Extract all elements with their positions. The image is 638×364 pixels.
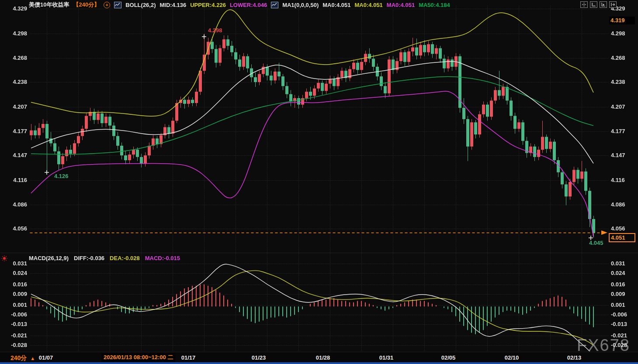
- macd-axis-label: 0.001: [0, 302, 27, 308]
- macd-label[interactable]: MACD(26,12,9): [29, 255, 69, 261]
- macd-axis-label: -0.013: [611, 321, 637, 327]
- macd-axis-label: -0.006: [0, 311, 27, 318]
- price-axis-label: 4.238: [611, 79, 637, 85]
- macd-pane-header: MACD(26,12,9) DIFF:-0.036 DEA:-0.028 MAC…: [29, 255, 180, 261]
- price-axis-label: 4.147: [611, 152, 637, 158]
- axis-scale-play-icon[interactable]: [600, 1, 607, 8]
- up-triangle-icon: ▲: [30, 356, 35, 361]
- high-annotation: 4.298: [208, 27, 222, 34]
- boll-mid-value: MID:4.136: [160, 2, 187, 8]
- price-axis-label: 4.298: [0, 30, 27, 37]
- price-axis-label: 4.268: [0, 55, 27, 61]
- time-axis-tick: 02/13: [567, 354, 582, 361]
- macd-diff-value: DIFF:-0.036: [74, 255, 104, 261]
- macd-axis-label: 0.031: [611, 260, 637, 267]
- selected-candle-time: 2026/01/13 08:00~12:00 二: [101, 353, 175, 362]
- time-axis-tick: 02/05: [441, 354, 456, 361]
- chart-canvas[interactable]: [0, 0, 638, 364]
- time-axis-tick: 01/23: [252, 354, 266, 361]
- low-annotation: 4.126: [54, 173, 69, 179]
- time-axis-tick: 02/10: [505, 354, 519, 361]
- price-axis-label: 4.329: [0, 5, 27, 12]
- ma0-value-2: MA0:4.051: [355, 2, 383, 8]
- collapse-panel-icon[interactable]: [609, 1, 617, 8]
- macd-axis-label: 0.016: [0, 281, 27, 288]
- price-axis-label: 4.207: [611, 103, 637, 110]
- time-axis-tick: 01/07: [39, 354, 53, 361]
- pan-move-icon[interactable]: [580, 1, 588, 8]
- price-axis-label: 4.268: [611, 55, 637, 61]
- macd-axis-label: -0.028: [611, 342, 637, 348]
- ma0-value-3: MA0:4.051: [387, 2, 415, 8]
- bottom-accent-strip: [0, 362, 638, 364]
- macd-axis-label: 0.001: [611, 302, 637, 308]
- boll-upper-value: UPPER:4.226: [190, 2, 226, 8]
- macd-axis-label: 0.024: [611, 270, 637, 276]
- last-price-tag: 4.051: [609, 233, 635, 242]
- price-axis-label: 4.177: [0, 128, 27, 134]
- price-axis-label: 4.147: [0, 152, 27, 158]
- price-axis-label: 4.086: [611, 201, 637, 208]
- macd-axis-label: 0.024: [0, 270, 27, 276]
- indicator-chart-icon[interactable]: [114, 2, 121, 8]
- price-pane-header: 美债10年收益率 【240分】 + BOLL(26,2) MID:4.136 U…: [29, 1, 450, 9]
- price-axis-label: 4.177: [611, 128, 637, 134]
- macd-macd-value: MACD:-0.015: [145, 255, 180, 261]
- macd-axis-label: 0.009: [0, 291, 27, 297]
- macd-axis-label: 0.016: [611, 281, 637, 288]
- indicator-chart-icon[interactable]: [271, 2, 278, 8]
- boll-lower-value: LOWER:4.046: [230, 2, 267, 8]
- add-indicator-icon[interactable]: +: [104, 2, 110, 8]
- ma0-value-1: MA0:4.051: [322, 2, 350, 8]
- macd-axis-label: -0.028: [0, 342, 27, 348]
- alarm-dot-icon[interactable]: [1, 255, 8, 264]
- time-axis-tick: 01/31: [379, 354, 394, 361]
- macd-axis-label: 0.009: [611, 291, 637, 297]
- ma50-value: MA50:4.184: [419, 2, 450, 8]
- macd-dea-value: DEA:-0.028: [110, 255, 140, 261]
- price-axis-label: 4.116: [611, 177, 637, 183]
- price-axis-label: 4.238: [0, 79, 27, 85]
- price-axis-label: 4.207: [0, 103, 27, 110]
- price-axis-label: 4.298: [611, 30, 637, 37]
- period-selector[interactable]: 240分▲: [10, 354, 35, 362]
- axis-scale-icon[interactable]: [590, 1, 597, 8]
- period-tag[interactable]: 【240分】: [73, 1, 100, 9]
- instrument-title: 美债10年收益率: [29, 1, 69, 9]
- time-axis-bar: 240分▲ 2026/01/13 08:00~12:00 二 01/0701/1…: [0, 352, 638, 363]
- price-axis-label: 4.056: [0, 225, 27, 232]
- macd-axis-label: -0.013: [0, 321, 27, 327]
- boll-label[interactable]: BOLL(26,2): [125, 2, 156, 8]
- last-low-annotation: 4.045: [589, 240, 603, 246]
- time-axis-tick: 01/17: [181, 354, 196, 361]
- trading-chart-app: 美债10年收益率 【240分】 + BOLL(26,2) MID:4.136 U…: [0, 0, 638, 364]
- macd-axis-label: -0.006: [611, 311, 637, 318]
- open-price-tag: 4.319: [609, 17, 635, 24]
- ma-label[interactable]: MA1(0,0,0,50): [282, 2, 319, 8]
- chart-toolbar: [580, 1, 617, 8]
- price-axis-label: 4.086: [0, 201, 27, 208]
- price-axis-label: 4.056: [611, 225, 637, 232]
- macd-axis-label: -0.021: [0, 332, 27, 339]
- time-axis-tick: 01/28: [316, 354, 330, 361]
- macd-axis-label: -0.021: [611, 332, 637, 339]
- price-axis-label: 4.116: [0, 177, 27, 183]
